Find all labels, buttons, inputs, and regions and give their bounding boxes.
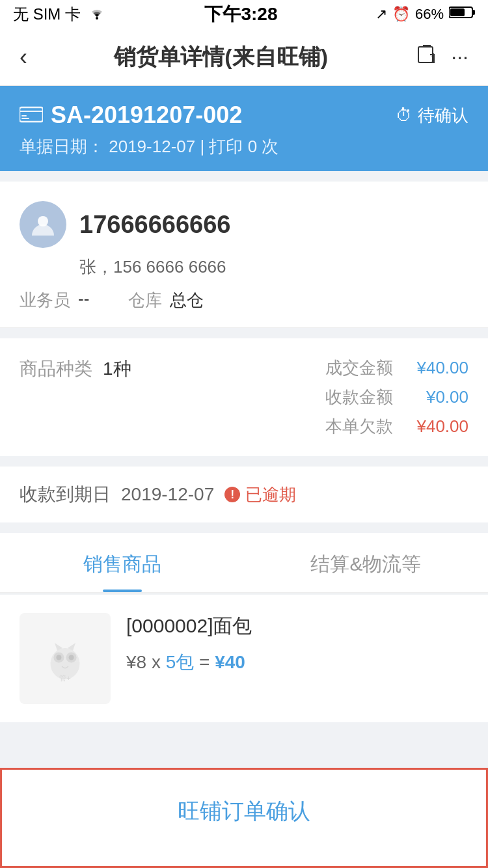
warehouse-info: 仓库 总仓 <box>128 289 204 312</box>
more-icon[interactable]: ··· <box>451 45 468 69</box>
order-date-value: 2019-12-07 <box>109 137 195 156</box>
product-total: ¥40 <box>215 652 245 672</box>
print-count: 0 <box>248 137 257 156</box>
svg-rect-5 <box>20 107 43 122</box>
product-equals: = <box>199 652 215 672</box>
alarm-icon: ⏰ <box>392 6 410 23</box>
order-status: ⏱ 待确认 <box>396 104 468 127</box>
product-image: 管+ <box>20 613 111 704</box>
overdue-icon: ! <box>224 487 240 502</box>
warehouse-value: 总仓 <box>170 289 204 312</box>
order-header: SA-20191207-002 ⏱ 待确认 单据日期： 2019-12-07 |… <box>0 86 488 171</box>
order-date-row: 单据日期： 2019-12-07 | 打印 0 次 <box>20 135 468 158</box>
battery-icon <box>449 6 475 23</box>
product-details: [0000002]面包 ¥8 x 5包 = ¥40 <box>126 613 468 675</box>
deal-amount-value: ¥40.00 <box>403 358 468 378</box>
product-thumbnail-icon: 管+ <box>39 632 91 685</box>
print-unit: 次 <box>262 137 278 156</box>
owed-label: 本单欠款 <box>325 415 393 438</box>
owed-row: 本单欠款 ¥40.00 <box>325 415 468 438</box>
tab-products[interactable]: 销售商品 <box>0 533 244 592</box>
order-id-row: SA-20191207-002 <box>20 102 242 129</box>
summary-card: 商品种类 1种 成交金额 ¥40.00 收款金额 ¥0.00 本单欠款 ¥40.… <box>0 338 488 456</box>
status-left: 无 SIM 卡 <box>13 4 107 25</box>
carrier-text: 无 SIM 卡 <box>13 4 81 25</box>
customer-phone: 17666666666 <box>79 211 230 239</box>
customer-meta: 业务员 -- 仓库 总仓 <box>20 289 468 312</box>
amount-summary: 成交金额 ¥40.00 收款金额 ¥0.00 本单欠款 ¥40.00 <box>325 357 468 438</box>
due-date-label: 收款到期日 <box>20 482 111 507</box>
product-price-text: ¥8 x <box>126 652 166 672</box>
svg-text:管+: 管+ <box>59 674 71 682</box>
status-right: ↗ ⏰ 66% <box>375 6 475 23</box>
confirm-button-wrap: 旺铺订单确认 <box>0 768 488 868</box>
due-date-card: 收款到期日 2019-12-07 ! 已逾期 <box>0 467 488 522</box>
salesman-info: 业务员 -- <box>20 289 89 312</box>
salesman-value: -- <box>78 289 89 312</box>
customer-name: 张，156 6666 6666 <box>20 256 468 278</box>
nav-bar: ‹ 销货单详情(来自旺铺) ··· <box>0 29 488 86</box>
collected-row: 收款金额 ¥0.00 <box>325 386 468 409</box>
product-type-value: 1种 <box>103 357 131 381</box>
back-button[interactable]: ‹ <box>20 44 27 71</box>
location-icon: ↗ <box>375 6 387 23</box>
status-clock-icon: ⏱ <box>396 105 413 126</box>
wifi-icon <box>87 5 107 23</box>
warehouse-label: 仓库 <box>128 289 162 312</box>
status-bar: 无 SIM 卡 下午3:28 ↗ ⏰ 66% <box>0 0 488 29</box>
battery-text: 66% <box>415 6 444 23</box>
tabs-bar: 销售商品 结算&物流等 <box>0 533 488 593</box>
deal-amount-row: 成交金额 ¥40.00 <box>325 357 468 379</box>
page-title: 销货单详情(来自旺铺) <box>27 42 414 72</box>
tab-settlement[interactable]: 结算&物流等 <box>244 533 488 592</box>
svg-rect-3 <box>450 8 465 16</box>
product-name: [0000002]面包 <box>126 613 468 640</box>
product-item: 管+ [0000002]面包 ¥8 x 5包 = ¥40 <box>0 595 488 722</box>
deal-amount-label: 成交金额 <box>325 357 393 379</box>
date-label: 单据日期： <box>20 137 104 156</box>
product-price-row: ¥8 x 5包 = ¥40 <box>126 650 468 675</box>
confirm-order-button[interactable]: 旺铺订单确认 <box>21 783 467 840</box>
svg-point-0 <box>96 17 98 20</box>
avatar <box>20 201 66 248</box>
svg-rect-2 <box>472 10 475 15</box>
owed-value: ¥40.00 <box>403 416 468 437</box>
share-icon[interactable] <box>414 43 438 72</box>
product-type-info: 商品种类 1种 <box>20 357 131 381</box>
order-type-icon <box>20 102 43 129</box>
product-qty: 5包 <box>166 652 195 672</box>
salesman-label: 业务员 <box>20 289 70 312</box>
product-type-label: 商品种类 <box>20 357 92 381</box>
collected-value: ¥0.00 <box>403 387 468 407</box>
due-date-value: 2019-12-07 <box>121 484 214 505</box>
customer-card: 17666666666 张，156 6666 6666 业务员 -- 仓库 总仓 <box>0 182 488 328</box>
status-time: 下午3:28 <box>204 2 277 27</box>
svg-point-10 <box>56 655 61 660</box>
overdue-text: 已逾期 <box>245 483 296 506</box>
print-separator: | 打印 <box>200 137 247 156</box>
svg-point-11 <box>69 655 74 660</box>
order-id-text: SA-20191207-002 <box>51 102 242 129</box>
order-status-text: 待确认 <box>418 104 468 127</box>
tab-products-label: 销售商品 <box>83 553 161 575</box>
tab-settlement-label: 结算&物流等 <box>310 553 421 575</box>
overdue-badge: ! 已逾期 <box>224 483 296 506</box>
collected-label: 收款金额 <box>325 386 393 409</box>
nav-actions: ··· <box>414 43 468 72</box>
